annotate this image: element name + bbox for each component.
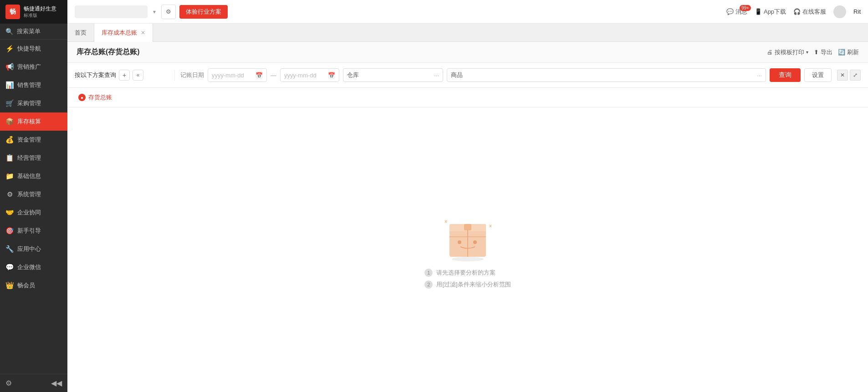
refresh-label: 刷新 — [847, 48, 859, 56]
empty-hint-2: 2 用[过滤]条件来缩小分析范围 — [424, 280, 511, 289]
sidebar-item-operations[interactable]: 📋 经营管理 — [0, 149, 67, 167]
printer-icon: 🖨 — [767, 49, 773, 56]
empty-hints: 1 请先选择要分析的方案 2 用[过滤]条件来缩小分析范围 — [424, 269, 511, 289]
marketing-icon: 📢 — [5, 63, 14, 71]
date-to-input[interactable]: yyyy-mm-dd 📅 — [280, 68, 339, 82]
hint-text-2: 用[过滤]条件来缩小分析范围 — [436, 280, 511, 289]
search-icon: 🔍 — [5, 28, 13, 35]
sidebar-item-label: 畅会员 — [17, 281, 35, 290]
dropdown-icon: ▾ — [806, 50, 808, 55]
date-label: 记账日期 — [180, 71, 204, 79]
tab-inventory-cost[interactable]: 库存成本总账 ✕ — [94, 24, 153, 42]
search-button[interactable]: 查询 — [770, 68, 801, 82]
scheme-item[interactable]: ● 存货总账 — [75, 92, 116, 103]
panel-control-buttons: ✕ ⤢ — [837, 70, 861, 81]
user-avatar[interactable] — [833, 5, 846, 18]
message-icon: 💬 — [726, 8, 734, 15]
goods-more-icon: ··· — [757, 72, 762, 79]
sidebar-item-member[interactable]: 👑 畅会员 — [0, 276, 67, 295]
phone-icon: 📱 — [755, 8, 762, 15]
app-download-button[interactable]: 📱 App下载 — [755, 8, 786, 16]
page-header: 库存总账(存货总账) 🖨 按模板打印 ▾ ⬆ 导出 🔄 刷新 — [67, 42, 868, 63]
search-menu-label: 搜索菜单 — [17, 27, 41, 36]
sidebar-item-label: 新手引导 — [17, 227, 41, 235]
sidebar-item-label: 企业微信 — [17, 263, 41, 271]
sidebar-item-label: 采购管理 — [17, 99, 41, 107]
sidebar-settings-button[interactable]: ⚙ — [5, 379, 12, 387]
page-title: 库存总账(存货总账) — [77, 47, 140, 57]
goods-select[interactable]: 商品 ··· — [447, 68, 766, 82]
filter-add-button[interactable]: + — [119, 70, 130, 81]
calendar-from-icon[interactable]: 📅 — [255, 72, 263, 79]
headset-icon: 🎧 — [793, 8, 801, 15]
date-to-placeholder: yyyy-mm-dd — [284, 72, 317, 79]
empty-state: 1 请先选择要分析的方案 2 用[过滤]条件来缩小分析范围 — [67, 107, 868, 392]
topbar: ▾ ⚙ 体验行业方案 💬 消息 99+ 📱 App下载 🎧 在线客服 Rit — [67, 0, 868, 24]
refresh-icon: 🔄 — [838, 49, 845, 56]
sidebar-item-basic[interactable]: 📁 基础信息 — [0, 167, 67, 185]
filter-collapse-button[interactable]: « — [133, 70, 143, 81]
print-template-button[interactable]: 🖨 按模板打印 ▾ — [767, 48, 808, 56]
empty-hint-1: 1 请先选择要分析的方案 — [424, 269, 511, 277]
nav-placeholder — [75, 5, 148, 18]
tab-home[interactable]: 首页 — [67, 24, 94, 42]
sidebar-bottom: ⚙ ◀◀ — [0, 374, 67, 392]
print-template-label: 按模板打印 — [775, 48, 804, 56]
export-button[interactable]: ⬆ 导出 — [814, 48, 832, 56]
search-menu[interactable]: 🔍 搜索菜单 — [0, 24, 67, 40]
date-from-input[interactable]: yyyy-mm-dd 📅 — [208, 68, 267, 82]
filter-label: 按以下方案查询 — [75, 71, 116, 79]
sidebar-item-enterprise[interactable]: 🤝 企业协同 — [0, 204, 67, 222]
sidebar-item-label: 库存核算 — [17, 117, 41, 126]
hint-text-1: 请先选择要分析的方案 — [436, 269, 495, 277]
online-support-button[interactable]: 🎧 在线客服 — [793, 8, 826, 16]
sidebar-item-label: 企业协同 — [17, 209, 41, 217]
inventory-icon: 📦 — [5, 117, 14, 126]
sidebar-item-system[interactable]: ⚙ 系统管理 — [0, 185, 67, 204]
sidebar-item-inventory[interactable]: 📦 库存核算 — [0, 112, 67, 131]
sidebar-item-newbie[interactable]: 🎯 新手引导 — [0, 222, 67, 240]
messages-badge: 99+ — [740, 5, 751, 11]
sidebar-item-marketing[interactable]: 📢 营销推广 — [0, 58, 67, 76]
app-download-label: App下载 — [764, 8, 786, 16]
user-name[interactable]: Rit — [853, 8, 861, 15]
sidebar-item-label: 基础信息 — [17, 172, 41, 180]
svg-point-5 — [458, 240, 461, 244]
goods-label: 商品 — [451, 71, 463, 79]
sidebar-item-purchase[interactable]: 🛒 采购管理 — [0, 94, 67, 112]
hint-num-1: 1 — [424, 269, 433, 277]
sales-icon: 📊 — [5, 81, 14, 89]
calendar-to-icon[interactable]: 📅 — [328, 72, 335, 79]
sidebar-item-label: 营销推广 — [17, 63, 41, 71]
panel-close-button[interactable]: ✕ — [837, 70, 848, 81]
tab-close-icon[interactable]: ✕ — [141, 30, 145, 36]
warehouse-select[interactable]: 仓库 ··· — [343, 68, 443, 82]
header-actions: 🖨 按模板打印 ▾ ⬆ 导出 🔄 刷新 — [767, 48, 859, 56]
industry-solution-button[interactable]: 体验行业方案 — [179, 5, 228, 19]
app-logo: 畅 畅捷通好生意 标准版 — [0, 0, 67, 24]
panel-expand-button[interactable]: ⤢ — [850, 70, 861, 81]
sidebar-item-apps[interactable]: 🔧 应用中心 — [0, 240, 67, 258]
sidebar-item-quick-nav[interactable]: ⚡ 快捷导航 — [0, 40, 67, 58]
tab-inventory-cost-label: 库存成本总账 — [102, 29, 137, 37]
gear-icon: ⚙ — [166, 8, 171, 15]
sidebar-item-label: 应用中心 — [17, 245, 41, 253]
wechat-icon: 💬 — [5, 263, 14, 271]
tabbar: 首页 库存成本总账 ✕ — [67, 24, 868, 42]
sidebar-collapse-button[interactable]: ◀◀ — [51, 379, 62, 387]
settings-button[interactable]: 设置 — [804, 68, 832, 82]
messages-button[interactable]: 💬 消息 99+ — [726, 8, 747, 16]
export-icon: ⬆ — [814, 49, 819, 56]
sidebar-item-sales[interactable]: 📊 销售管理 — [0, 76, 67, 94]
refresh-button[interactable]: 🔄 刷新 — [838, 48, 859, 56]
sidebar-item-finance[interactable]: 💰 资金管理 — [0, 131, 67, 149]
topbar-settings-button[interactable]: ⚙ — [161, 5, 176, 19]
sidebar-item-wechat[interactable]: 💬 企业微信 — [0, 258, 67, 276]
member-icon: 👑 — [5, 281, 14, 290]
newbie-icon: 🎯 — [5, 227, 14, 235]
sidebar-item-label: 资金管理 — [17, 136, 41, 144]
online-support-label: 在线客服 — [802, 8, 826, 16]
date-from-placeholder: yyyy-mm-dd — [212, 72, 244, 79]
sidebar-item-label: 系统管理 — [17, 190, 41, 199]
svg-point-7 — [452, 257, 484, 261]
